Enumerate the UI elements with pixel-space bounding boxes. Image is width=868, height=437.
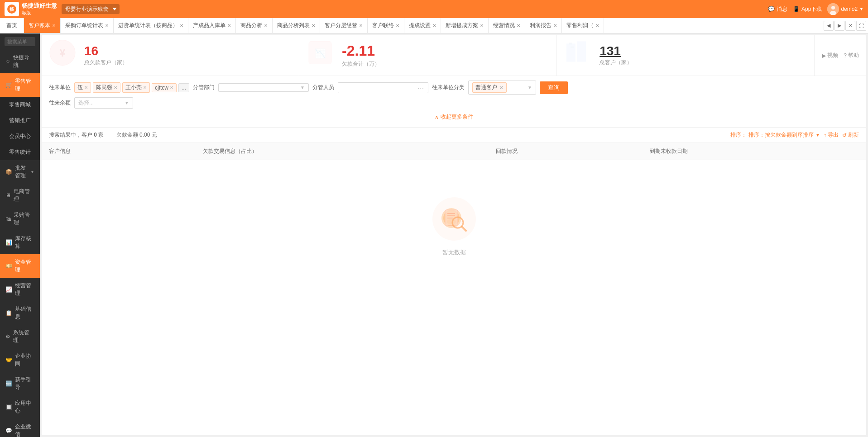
nav-next-btn[interactable]: ▶ bbox=[834, 21, 844, 31]
wholesale-icon: 📦 bbox=[5, 169, 12, 175]
sidebar-item-marketing[interactable]: 营销推广 bbox=[0, 113, 40, 128]
empty-icon bbox=[432, 196, 477, 243]
app-download-btn[interactable]: 📱 App下载 bbox=[793, 5, 822, 13]
sidebar-item-member[interactable]: 会员中心 bbox=[0, 128, 40, 144]
unit-tag-wang: 王小亮 ✕ bbox=[122, 82, 150, 93]
sidebar-item-operations[interactable]: 📈 经营管理 bbox=[0, 278, 40, 301]
stat-total-owed: ¥ 16 总欠款客户（家） bbox=[42, 35, 299, 76]
data-table: 客户信息 欠款交易信息（占比） 回款情况 到期未收款日期 bbox=[42, 143, 866, 293]
close-tab-profit[interactable]: ✕ bbox=[553, 23, 557, 28]
tab-customer-book[interactable]: 客户账本 ✕ bbox=[24, 18, 61, 33]
tab-customer-contact[interactable]: 客户联络 ✕ bbox=[368, 18, 404, 33]
unit-tags: 伍 ✕ 陈民强 ✕ 王小亮 ✕ bbox=[74, 82, 189, 93]
sidebar-search-input[interactable] bbox=[5, 37, 35, 46]
tab-home[interactable]: 首页 bbox=[0, 18, 24, 33]
sidebar-item-new-guide[interactable]: 🆕 新手引导 bbox=[0, 372, 40, 395]
cat-dropdown-arrow: ▼ bbox=[528, 85, 532, 90]
refresh-icon: ↺ bbox=[842, 132, 847, 138]
balance-arrow: ▼ bbox=[125, 100, 129, 105]
inventory-icon: 📊 bbox=[5, 239, 12, 246]
close-tab-retail-profit[interactable]: ✕ bbox=[595, 23, 599, 28]
sidebar-item-enterprise-wechat[interactable]: 💬 企业微信 bbox=[0, 419, 40, 437]
svg-rect-12 bbox=[571, 46, 574, 48]
sidebar-item-retail-mall[interactable]: 零售商城 bbox=[0, 97, 40, 113]
close-tab-business[interactable]: ✕ bbox=[517, 23, 520, 28]
help-link[interactable]: ? 帮助 bbox=[844, 52, 859, 59]
refresh-button[interactable]: ↺ 刷新 bbox=[842, 131, 859, 139]
stat-2-value: -2.11 bbox=[342, 43, 380, 59]
tab-customer-tier[interactable]: 客户分层经营 ✕ bbox=[320, 18, 368, 33]
sidebar-item-basic-info[interactable]: 📋 基础信息 bbox=[0, 301, 40, 325]
tab-add-promotion[interactable]: 新增提成方案 ✕ bbox=[441, 18, 489, 33]
sidebar-item-finance[interactable]: 💴 资金管理 bbox=[0, 254, 40, 278]
close-tab-promotion[interactable]: ✕ bbox=[432, 23, 436, 28]
user-avatar-area[interactable]: demo2 ▼ bbox=[827, 3, 863, 15]
stat-bg-icon-3 bbox=[564, 39, 591, 66]
remove-tag-wu[interactable]: ✕ bbox=[84, 85, 88, 90]
balance-dropdown[interactable]: 选择... ▼ bbox=[74, 97, 133, 109]
sidebar-item-retail-stats[interactable]: 零售统计 bbox=[0, 144, 40, 160]
collapse-button[interactable]: ∧ 收起更多条件 bbox=[435, 111, 473, 123]
close-tab-analysis[interactable]: ✕ bbox=[264, 23, 268, 28]
stat-2-label: 欠款合计（万） bbox=[342, 60, 380, 68]
guide-icon: 🆕 bbox=[5, 380, 12, 387]
remove-cat-normal[interactable]: ✕ bbox=[499, 85, 504, 91]
tab-promotion-settings[interactable]: 提成设置 ✕ bbox=[404, 18, 441, 33]
export-button[interactable]: ↑ 导出 bbox=[824, 131, 839, 139]
unit-category-label: 往来单位分类 bbox=[432, 84, 465, 91]
close-tab-analysis-list[interactable]: ✕ bbox=[312, 23, 315, 28]
tab-product-stock-in[interactable]: 产成品入库单 ✕ bbox=[188, 18, 236, 33]
unit-tag-wu: 伍 ✕ bbox=[74, 82, 91, 93]
tab-stock-in-stats[interactable]: 进货单统计表（按商品） ✕ bbox=[114, 18, 188, 33]
remove-tag-wang[interactable]: ✕ bbox=[143, 85, 147, 90]
dept-dropdown[interactable]: ▼ bbox=[218, 83, 309, 92]
remove-tag-chen[interactable]: ✕ bbox=[114, 85, 117, 90]
sidebar-item-quick-nav[interactable]: ☆ 快捷导航 bbox=[0, 50, 40, 73]
remove-tag-cj[interactable]: ✕ bbox=[170, 85, 173, 90]
app-icon: 📱 bbox=[793, 6, 800, 12]
sidebar-item-purchase[interactable]: 🛍 采购管理 bbox=[0, 207, 40, 231]
tab-product-analysis[interactable]: 商品分析 ✕ bbox=[236, 18, 273, 33]
nav-tabs: 首页 客户账本 ✕ 采购订单统计表 ✕ 进货单统计表（按商品） ✕ 产成品入库单… bbox=[0, 18, 868, 33]
sidebar: ☆ 快捷导航 🛒 零售管理 零售商城 营销推广 会员中心 零售统计 📦 bbox=[0, 33, 40, 437]
sort-dropdown[interactable]: 排序： 排序：按欠款金额到序排序 ▼ bbox=[730, 131, 820, 139]
close-tab-product[interactable]: ✕ bbox=[227, 23, 231, 28]
sidebar-item-inventory[interactable]: 📊 库存核算 bbox=[0, 231, 40, 254]
tab-product-analysis-list[interactable]: 商品分析列表 ✕ bbox=[273, 18, 320, 33]
tab-profit-report[interactable]: 利润报告 ✕ bbox=[525, 18, 562, 33]
table-header-row: 客户信息 欠款交易信息（占比） 回款情况 到期未收款日期 bbox=[42, 143, 866, 160]
tab-business-status[interactable]: 经营情况 ✕ bbox=[489, 18, 525, 33]
sidebar-item-system[interactable]: ⚙ 系统管理 bbox=[0, 325, 40, 348]
table-body: 暂无数据 bbox=[42, 160, 866, 293]
nav-close-all-btn[interactable]: ✕ bbox=[845, 21, 855, 31]
message-btn[interactable]: 💬 消息 bbox=[768, 5, 787, 13]
help-links: ▶ 视频 ? 帮助 bbox=[815, 35, 866, 76]
sidebar-item-enterprise[interactable]: 🤝 企业协同 bbox=[0, 348, 40, 372]
close-tab-add-promotion[interactable]: ✕ bbox=[480, 23, 484, 28]
filter-row-1: 往来单位 伍 ✕ 陈民强 ✕ 王小亮 bbox=[49, 81, 859, 95]
dept-dropdown-arrow: ▼ bbox=[300, 85, 305, 90]
logo: 畅 畅捷通好生意 标版 bbox=[5, 2, 57, 16]
unit-tag-more[interactable]: ... bbox=[178, 83, 189, 92]
close-tab-purchase[interactable]: ✕ bbox=[105, 23, 109, 28]
close-tab-contact[interactable]: ✕ bbox=[396, 23, 399, 28]
sidebar-item-app-center[interactable]: 🔲 应用中心 bbox=[0, 395, 40, 419]
close-tab-stock[interactable]: ✕ bbox=[180, 23, 183, 28]
nav-prev-btn[interactable]: ◀ bbox=[824, 21, 834, 31]
tab-purchase-order-stats[interactable]: 采购订单统计表 ✕ bbox=[61, 18, 114, 33]
video-link[interactable]: ▶ 视频 bbox=[822, 52, 838, 59]
person-dropdown[interactable]: ··· bbox=[338, 82, 428, 93]
nav-fullscreen-btn[interactable]: ⛶ bbox=[856, 21, 866, 31]
close-tab-tier[interactable]: ✕ bbox=[359, 23, 363, 28]
close-tab-customer-book[interactable]: ✕ bbox=[52, 23, 56, 28]
stat-total-customers: 131 总客户（家） bbox=[557, 35, 815, 76]
svg-text:¥: ¥ bbox=[59, 46, 66, 58]
logo-icon: 畅 bbox=[5, 2, 19, 16]
sidebar-item-retail[interactable]: 🛒 零售管理 bbox=[0, 73, 40, 97]
query-button[interactable]: 查询 bbox=[540, 81, 568, 94]
tab-retail-profit[interactable]: 零售利润（ ✕ bbox=[562, 18, 604, 33]
sidebar-item-wholesale[interactable]: 📦 批发管理 ▼ bbox=[0, 160, 40, 184]
account-selector[interactable]: 母婴行业演示账套 bbox=[62, 4, 120, 14]
unit-category-dropdown[interactable]: 普通客户 ✕ ▼ bbox=[468, 81, 536, 95]
sidebar-item-ecommerce[interactable]: 🖥 电商管理 bbox=[0, 184, 40, 207]
